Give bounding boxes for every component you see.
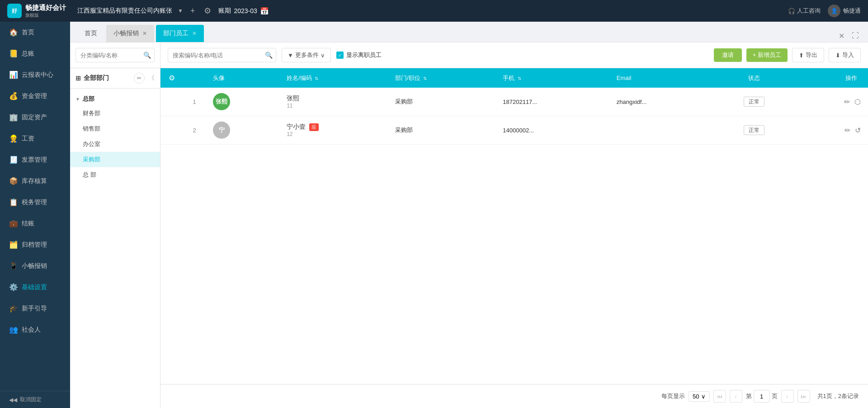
edit-icon[interactable]: ✏	[844, 98, 850, 106]
page-first-button[interactable]: ⏮	[713, 390, 726, 403]
dept-search-input[interactable]	[75, 48, 155, 62]
export-button[interactable]: ⬆ 导出	[792, 48, 824, 62]
show-resign-checkbox[interactable]: ✓	[336, 52, 344, 59]
dept-header: ⊞ 全部部门 ✏ 《	[70, 68, 160, 89]
page-prev-button[interactable]: ‹	[730, 390, 742, 403]
sidebar-item-salary[interactable]: 👷 工资	[0, 128, 70, 149]
sidebar-item-settings[interactable]: ⚙️ 基础设置	[0, 277, 70, 298]
service-button[interactable]: 🎧 人工咨询	[788, 7, 821, 15]
sidebar-item-reports[interactable]: 📊 云报表中心	[0, 64, 70, 85]
dept-node-office-label: 办公室	[83, 141, 100, 147]
dept-node-finance[interactable]: 财务部	[70, 106, 160, 121]
column-dept-label: 部门/职位	[395, 75, 420, 81]
dept-all-label[interactable]: ⊞ 全部部门	[75, 74, 109, 82]
tab-expense[interactable]: 小畅报销 ✕	[106, 25, 154, 42]
filter-chevron-icon: ∨	[321, 52, 325, 59]
sidebar-item-funds[interactable]: 💰 资金管理	[0, 85, 70, 107]
employee-area: 🔍 ▼ 更多条件 ∨ ✓ 显示离职员工 邀请	[160, 42, 868, 408]
column-mobile[interactable]: 手机 ⇅	[495, 68, 609, 88]
dept-node-office[interactable]: 办公室	[70, 136, 160, 152]
company-dropdown-icon[interactable]: ▼	[178, 8, 183, 14]
page-number-input[interactable]	[754, 390, 770, 403]
column-mobile-label: 手机	[503, 75, 514, 81]
column-actions: 操作	[795, 68, 868, 88]
tax-icon: 📋	[9, 198, 17, 206]
settings-icon[interactable]: ⚙	[202, 4, 213, 18]
close-window-icon[interactable]: ✕	[837, 30, 846, 42]
avatar: 宁	[213, 122, 230, 139]
logout-icon[interactable]: ⬡	[854, 98, 861, 106]
page-last-button[interactable]: ⏭	[797, 390, 810, 403]
sidebar-item-expense[interactable]: 📱 小畅报销	[0, 255, 70, 277]
edit-icon[interactable]: ✏	[844, 126, 850, 135]
sidebar-item-archive[interactable]: 🗂️ 归档管理	[0, 234, 70, 255]
column-dept-position[interactable]: 部门/职位 ⇅	[388, 68, 495, 88]
close-employee-tab-icon[interactable]: ✕	[192, 30, 197, 37]
show-resign-area[interactable]: ✓ 显示离职员工	[336, 51, 382, 59]
dept-collapse-icon[interactable]: 《	[148, 74, 155, 82]
add-account-button[interactable]: +	[189, 5, 197, 18]
tab-bar: 首页 小畅报销 ✕ 部门员工 ✕ ✕ ⛶	[70, 22, 868, 42]
show-resign-label: 显示离职员工	[346, 51, 382, 59]
maximize-icon[interactable]: ⛶	[850, 30, 861, 42]
content-area: 首页 小畅报销 ✕ 部门员工 ✕ ✕ ⛶ 🔍	[70, 22, 868, 408]
column-index	[183, 68, 206, 88]
tab-employee[interactable]: 部门员工 ✕	[156, 25, 204, 42]
column-settings[interactable]: ⚙	[160, 68, 183, 88]
social-icon: 👥	[9, 325, 17, 334]
dept-edit-button[interactable]: ✏	[134, 73, 145, 84]
calendar-icon[interactable]: 📅	[260, 7, 269, 15]
table-header-row: ⚙ 头像 姓名/编码 ⇅ 部门/职位 ⇅	[160, 68, 868, 88]
filter-button[interactable]: ▼ 更多条件 ∨	[282, 48, 331, 62]
search-icon[interactable]: 🔍	[265, 52, 273, 59]
sidebar-item-fixed-assets[interactable]: 🏢 固定资产	[0, 107, 70, 128]
invite-button[interactable]: 邀请	[714, 48, 742, 62]
sidebar-item-inventory[interactable]: 📦 库存核算	[0, 170, 70, 192]
sidebar-item-checkout[interactable]: 💼 结账	[0, 213, 70, 234]
cancel-fixed-button[interactable]: ◀◀ 取消固定	[0, 391, 70, 408]
service-label: 人工咨询	[797, 7, 821, 15]
total-label: 共1页，2条记录	[817, 392, 859, 400]
sidebar: 🏠 首页 📒 总账 📊 云报表中心 💰 资金管理 🏢 固定资产 👷 工资 🧾 发…	[0, 22, 70, 408]
add-employee-button[interactable]: + 新增员工	[746, 48, 788, 62]
top-header: 好 畅捷通好会计 旗舰版 江西服宝精品有限责任公司内账张 ▼ + ⚙ 账期 20…	[0, 0, 868, 22]
sidebar-item-label: 税务管理	[22, 198, 47, 206]
sidebar-item-ledger[interactable]: 📒 总账	[0, 43, 70, 64]
dept-search-icon: 🔍	[143, 52, 151, 59]
sidebar-item-social[interactable]: 👥 社会人	[0, 319, 70, 340]
dept-node-headquarters[interactable]: 总 部	[70, 167, 160, 183]
tab-actions: ✕ ⛶	[837, 30, 861, 42]
period-label: 账期	[218, 7, 231, 15]
import-button[interactable]: ⬇ 导入	[829, 48, 861, 62]
pagination: 每页显示 50 ∨ ⏮ ‹ 第 页 › ⏭ 共1页，2条记录	[160, 384, 868, 408]
sort-name-icon: ⇅	[315, 76, 318, 81]
user-area[interactable]: 👤 畅捷通	[828, 5, 861, 17]
per-page-label: 每页显示	[661, 392, 685, 400]
resign-badge: 应	[309, 123, 319, 131]
dept-node-parent-zongbu[interactable]: ▼ 总部	[70, 92, 160, 106]
refresh-icon[interactable]: ↺	[855, 126, 861, 135]
sidebar-item-home[interactable]: 🏠 首页	[0, 22, 70, 43]
column-name-code[interactable]: 姓名/编码 ⇅	[279, 68, 388, 88]
dept-node-finance-label: 财务部	[83, 110, 100, 117]
search-wrap: 🔍	[168, 48, 276, 62]
sidebar-item-invoice[interactable]: 🧾 发票管理	[0, 149, 70, 170]
dept-node-purchasing[interactable]: 采购部	[70, 152, 160, 167]
salary-icon: 👷	[9, 134, 17, 143]
sidebar-item-tax[interactable]: 📋 税务管理	[0, 192, 70, 213]
dept-node-purchasing-label: 采购部	[83, 156, 100, 163]
page-next-button[interactable]: ›	[781, 390, 794, 403]
per-page-select[interactable]: 50 ∨	[689, 391, 709, 402]
app-logo-text: 畅捷通好会计	[25, 4, 66, 12]
dept-tree: ▼ 总部 财务部 销售部 办公室 采购部	[70, 89, 160, 408]
column-avatar: 头像	[206, 68, 279, 88]
dept-panel: 🔍 ⊞ 全部部门 ✏ 《 ▼ 总部	[70, 42, 160, 408]
tab-home[interactable]: 首页	[77, 25, 104, 42]
sidebar-item-guide[interactable]: 🎓 新手引导	[0, 298, 70, 319]
employee-search-input[interactable]	[168, 48, 276, 62]
close-expense-tab-icon[interactable]: ✕	[142, 30, 147, 37]
dept-node-sales[interactable]: 销售部	[70, 121, 160, 136]
expense-icon: 📱	[9, 262, 17, 270]
add-employee-label: + 新增员工	[753, 51, 781, 59]
row-index-2: 2	[183, 116, 206, 145]
